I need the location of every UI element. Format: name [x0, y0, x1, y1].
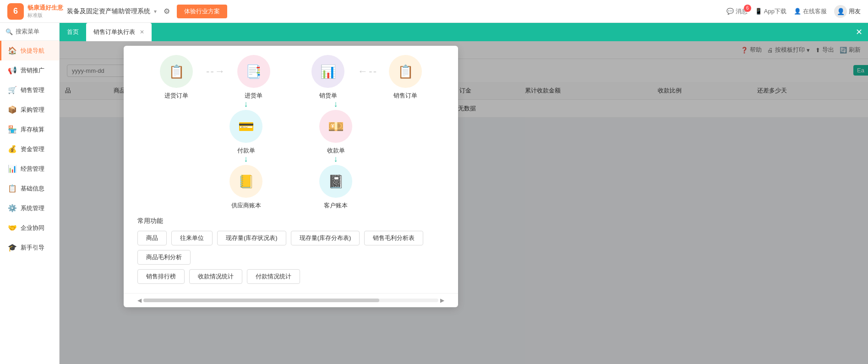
tab-sales-order[interactable]: 销售订单执行表 ✕: [86, 23, 152, 41]
node-sales-order: 📋 销售订单: [376, 55, 435, 100]
enterprise-icon: 🤝: [8, 223, 17, 232]
sales-bill-label: 销货单: [319, 92, 337, 100]
tab-sales-order-label: 销售订单执行表: [93, 28, 135, 36]
scroll-right-arrow[interactable]: ▶: [440, 297, 444, 304]
home-icon: 🏠: [8, 46, 17, 55]
sidebar-label-finance: 资金管理: [21, 145, 44, 153]
page-content: ❓ 帮助 🖨 按模板打印 ▾ ⬆ 导出 🔄: [60, 41, 868, 364]
service-icon: 👤: [794, 8, 801, 15]
logo-area: 6 畅康通好生意 标准版: [7, 3, 67, 20]
sidebar-label-sales: 销售管理: [21, 86, 44, 94]
settings-icon[interactable]: ⚙: [160, 5, 173, 18]
node-supplier-ledger: 📒 供应商账本: [216, 165, 276, 210]
online-service-item[interactable]: 👤 在线客服: [794, 7, 827, 16]
message-item[interactable]: 💬 6 消息: [726, 7, 748, 16]
flow-bottom-row: 📒 供应商账本 📓 客户账本: [137, 165, 444, 210]
app-download-item[interactable]: 📱 App下载: [755, 7, 786, 16]
node-purchase-bill: 📑 进货单: [224, 55, 284, 100]
search-menu[interactable]: 🔍 搜索菜单: [0, 23, 59, 41]
sidebar-label-basic: 基础信息: [21, 185, 44, 193]
sidebar-item-inventory[interactable]: 🏪 库存核算: [0, 120, 59, 139]
sales-icon: 🛒: [8, 86, 17, 94]
arrow-down-sales: ↓: [306, 100, 366, 108]
func-btn-product[interactable]: 商品: [137, 231, 167, 245]
modal-box: 📋 进货订单 - - → 📑 进货单: [124, 46, 458, 307]
sidebar-label-purchase: 采购管理: [21, 106, 44, 114]
func-btn-product-profit[interactable]: 商品毛利分析: [137, 250, 191, 265]
arrow-right-1: - - →: [206, 55, 224, 88]
sidebar-item-operations[interactable]: 📊 经营管理: [0, 159, 59, 179]
sidebar-item-enterprise[interactable]: 🤝 企业协同: [0, 218, 59, 238]
function-buttons-row1: 商品 往来单位 现存量(库存状况表) 现存量(库存分布表) 销售毛利分析表 商品…: [137, 231, 444, 265]
search-icon: 🔍: [5, 28, 13, 35]
customer-ledger-label: 客户账本: [324, 201, 348, 210]
top-header: 6 畅康通好生意 标准版 装备及固定资产辅助管理系统 ▾ ⚙ 体验行业方案 💬 …: [0, 0, 868, 23]
node-customer-ledger: 📓 客户账本: [306, 165, 366, 210]
common-functions-title: 常用功能: [137, 217, 444, 225]
sidebar-item-guide[interactable]: 🎓 新手引导: [0, 238, 59, 257]
purchase-icon: 📦: [8, 105, 17, 114]
tab-home[interactable]: 首页: [60, 23, 86, 41]
sidebar-item-marketing[interactable]: 📢 营销推广: [0, 60, 59, 80]
content-area: 首页 销售订单执行表 ✕ ✕ ❓ 帮助: [60, 23, 868, 364]
arrow-down-purchase: ↓: [216, 100, 276, 108]
user-item[interactable]: 👤 用友: [834, 5, 861, 18]
marketing-icon: 📢: [8, 66, 17, 75]
func-btn-inventory-dist[interactable]: 现存量(库存分布表): [291, 231, 360, 245]
func-btn-payment-stats[interactable]: 付款情况统计: [247, 269, 300, 284]
operations-icon: 📊: [8, 164, 17, 173]
flow-top-row: 📋 进货订单 - - → 📑 进货单: [137, 55, 444, 100]
dropdown-icon[interactable]: ▾: [154, 8, 157, 15]
receipt-label: 收款单: [327, 147, 345, 155]
function-buttons-row2: 销售排行榜 收款情况统计 付款情况统计: [137, 269, 444, 284]
sidebar: 🔍 搜索菜单 🏠 快捷导航 📢 营销推广 🛒 销售管理 📦 采购管理 🏪: [0, 23, 60, 364]
app-download-label: App下载: [764, 7, 786, 16]
tab-close-page[interactable]: ✕: [850, 27, 868, 37]
message-icon: 💬: [726, 8, 734, 15]
tab-close-icon[interactable]: ✕: [140, 29, 144, 35]
func-btn-inventory-status[interactable]: 现存量(库存状况表): [217, 231, 286, 245]
arrow-down-receipt: ↓: [306, 155, 366, 163]
scroll-arrows: ◀ ▶: [137, 297, 444, 304]
sales-order-icon: 📋: [389, 55, 422, 88]
arrow-down-payment: ↓: [216, 155, 276, 163]
func-btn-partner[interactable]: 往来单位: [171, 231, 213, 245]
tab-bar: 首页 销售订单执行表 ✕ ✕: [60, 23, 868, 41]
sidebar-item-purchase[interactable]: 📦 采购管理: [0, 100, 59, 120]
sidebar-label-operations: 经营管理: [21, 165, 44, 173]
scroll-track[interactable]: [143, 299, 438, 302]
payment-label: 付款单: [237, 147, 255, 155]
finance-icon: 💰: [8, 145, 17, 153]
func-btn-sales-ranking[interactable]: 销售排行榜: [137, 269, 185, 284]
receipt-icon: 💴: [319, 110, 352, 143]
system-icon: ⚙️: [8, 204, 17, 212]
sidebar-label-quick-nav: 快捷导航: [21, 47, 44, 55]
modal-body: 📋 进货订单 - - → 📑 进货单: [124, 46, 458, 293]
system-title: 装备及固定资产辅助管理系统: [67, 7, 150, 16]
brand-name: 畅康通好生意: [27, 4, 63, 12]
func-btn-sales-profit[interactable]: 销售毛利分析表: [364, 231, 423, 245]
payment-icon: 💳: [229, 110, 262, 143]
user-avatar: 👤: [834, 5, 847, 18]
phone-icon: 📱: [755, 8, 762, 15]
experience-btn[interactable]: 体验行业方案: [177, 5, 227, 18]
sidebar-item-basic[interactable]: 📋 基础信息: [0, 179, 59, 198]
purchase-order-icon: 📋: [160, 55, 193, 88]
sidebar-item-finance[interactable]: 💰 资金管理: [0, 139, 59, 159]
sidebar-item-quick-nav[interactable]: 🏠 快捷导航: [0, 41, 59, 60]
flow-arrows-row: ↓ ↓: [137, 100, 444, 108]
purchase-bill-icon: 📑: [237, 55, 270, 88]
supplier-ledger-label: 供应商账本: [231, 201, 261, 210]
func-btn-receipt-stats[interactable]: 收款情况统计: [189, 269, 242, 284]
system-title-area: 装备及固定资产辅助管理系统 ▾ ⚙ 体验行业方案: [67, 5, 726, 18]
inventory-icon: 🏪: [8, 125, 17, 134]
tab-home-label: 首页: [67, 28, 79, 36]
modal-scroll-area: ◀ ▶: [124, 293, 458, 307]
sidebar-item-sales[interactable]: 🛒 销售管理: [0, 80, 59, 100]
scroll-left-arrow[interactable]: ◀: [137, 297, 142, 304]
sidebar-label-enterprise: 企业协同: [21, 224, 44, 232]
brand-sub: 标准版: [27, 12, 63, 18]
flow-mid-row: 💳 付款单 💴 收款单: [137, 110, 444, 155]
customer-ledger-icon: 📓: [319, 165, 352, 198]
sidebar-item-system[interactable]: ⚙️ 系统管理: [0, 198, 59, 218]
